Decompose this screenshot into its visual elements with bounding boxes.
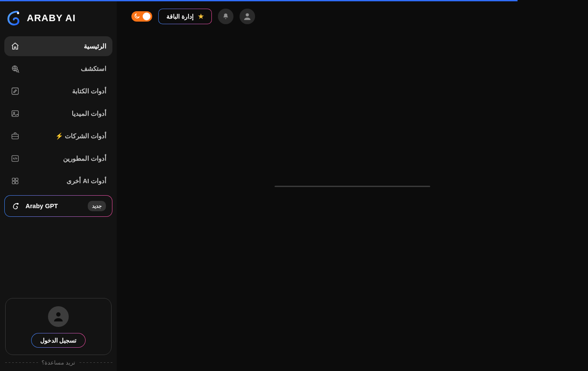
moon-icon — [134, 13, 141, 19]
sidebar-item-araby-gpt[interactable]: Araby GPT جديد — [4, 195, 112, 217]
divider — [4, 362, 38, 363]
sidebar-item-explore[interactable]: استكشف — [4, 59, 112, 79]
manage-package-button[interactable]: ★ إدارة الباقة — [158, 9, 212, 24]
briefcase-icon — [10, 131, 20, 141]
main-content: ★ إدارة الباقة — [117, 0, 588, 371]
brand-title: ARABY AI — [27, 13, 76, 24]
brand: ARABY AI — [4, 8, 112, 36]
topbar: ★ إدارة الباقة — [131, 9, 255, 24]
star-icon: ★ — [198, 13, 204, 20]
sidebar-item-label: أدوات AI أخرى — [26, 178, 106, 184]
brand-logo-icon — [6, 10, 21, 27]
gpt-label-group: Araby GPT — [11, 201, 58, 211]
sidebar: ARABY AI — [0, 0, 117, 371]
sidebar-item-label: أدوات المطورين — [26, 155, 106, 162]
sidebar-nav: الرئيسية استكشف أدوات الكتابة — [4, 36, 112, 217]
page-loading-progress — [0, 0, 518, 1]
sidebar-item-label: أدوات الكتابة — [26, 88, 106, 95]
manage-package-label: إدارة الباقة — [166, 13, 194, 20]
profile-avatar-button[interactable] — [240, 9, 255, 24]
notifications-button[interactable] — [218, 9, 233, 24]
code-icon — [10, 154, 20, 163]
sidebar-item-label: أدوات الشركات ⚡ — [26, 133, 106, 140]
svg-point-12 — [17, 203, 19, 205]
svg-rect-3 — [12, 88, 19, 95]
globe-search-icon — [10, 64, 20, 73]
new-badge: جديد — [88, 201, 106, 211]
svg-point-5 — [13, 112, 15, 114]
svg-rect-8 — [12, 178, 15, 181]
image-icon — [10, 109, 20, 118]
svg-point-2 — [16, 70, 19, 72]
sidebar-spacer — [4, 217, 112, 298]
divider — [79, 362, 112, 363]
theme-toggle[interactable] — [131, 11, 152, 22]
gpt-label: Araby GPT — [26, 203, 58, 209]
sidebar-item-developer-tools[interactable]: أدوات المطورين — [4, 149, 112, 168]
login-button[interactable]: تسجيل الدخول — [31, 333, 86, 348]
login-avatar-icon — [48, 306, 69, 327]
help-text: تريد مساعدة؟ — [42, 359, 75, 366]
svg-rect-9 — [16, 178, 18, 181]
svg-rect-4 — [12, 111, 19, 116]
araby-gpt-icon — [11, 201, 20, 211]
sidebar-item-label: استكشف — [26, 65, 106, 72]
sidebar-item-other-ai-tools[interactable]: أدوات AI أخرى — [4, 171, 112, 191]
toggle-knob — [143, 13, 150, 20]
svg-rect-10 — [12, 181, 15, 184]
svg-point-13 — [56, 312, 61, 317]
sidebar-item-label: أدوات الميديا — [26, 110, 106, 117]
login-card: تسجيل الدخول — [5, 298, 112, 355]
sidebar-item-home[interactable]: الرئيسية — [4, 36, 112, 56]
sidebar-item-label: الرئيسية — [26, 43, 106, 50]
help-line[interactable]: تريد مساعدة؟ — [4, 359, 112, 366]
content-loading-bar — [275, 186, 430, 187]
app-root: ARABY AI — [0, 0, 588, 371]
svg-point-14 — [246, 13, 249, 16]
home-icon — [10, 41, 20, 51]
edit-icon — [10, 86, 20, 96]
grid-icon — [10, 176, 20, 186]
sidebar-item-media-tools[interactable]: أدوات الميديا — [4, 104, 112, 124]
sidebar-item-business-tools[interactable]: أدوات الشركات ⚡ — [4, 126, 112, 146]
sidebar-item-writing-tools[interactable]: أدوات الكتابة — [4, 81, 112, 101]
svg-rect-11 — [16, 181, 18, 184]
svg-point-0 — [17, 12, 19, 14]
